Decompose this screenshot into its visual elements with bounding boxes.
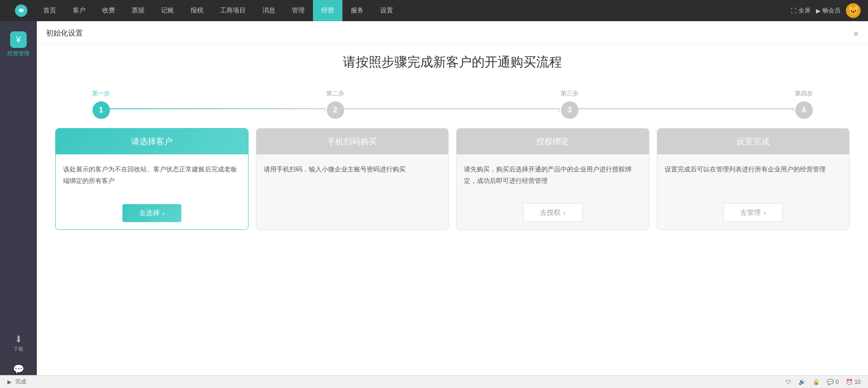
step-card-3-footer: 去授权 ›: [457, 196, 649, 229]
nav-tickets[interactable]: 票据: [123, 0, 153, 21]
content-header: 初始化设置 ×: [37, 21, 868, 44]
connector-1-2: ›: [110, 104, 326, 114]
fullscreen-icon: ⛶: [791, 7, 797, 14]
step4-circle: 4: [795, 101, 813, 119]
operation-icon: ¥: [10, 31, 27, 48]
sidebar: ¥ 经营管理 ⬇ 下载 💬 客服: [0, 21, 37, 388]
step-card-3: 授权绑定 请先购买，购买后选择开通的产品中的企业用户进行授权绑定，成功后即可进行…: [456, 128, 649, 230]
step-card-2: 手机扫码购买 请用手机扫码，输入小微企业主账号密码进行购买: [256, 128, 449, 230]
step-card-4: 设置完成 设置完成后可以在管理列表进行所有企业用户的经营管理 去管理 ›: [657, 128, 850, 230]
step-card-1-footer: 去选择 ›: [56, 197, 248, 229]
lock-icon: 🔒: [813, 379, 820, 385]
step-cards: 请选择客户 该处展示的客户为不在回收站、客户状态正常建账后完成老板端绑定的所有客…: [55, 128, 850, 230]
volume-icon: 🔊: [799, 379, 805, 385]
go-select-label: 去选择: [139, 209, 160, 218]
sidebar-item-operation[interactable]: ¥ 经营管理: [0, 26, 37, 63]
nav-charges[interactable]: 收费: [94, 0, 123, 21]
go-auth-icon: ›: [563, 209, 566, 217]
steps-page: 请按照步骤完成新客户的开通购买流程 第一步 1 › 第二步 2: [37, 44, 868, 230]
connector-line-3: [579, 108, 793, 109]
download-label: 下载: [13, 346, 23, 353]
fullscreen-button[interactable]: ⛶ 全屏: [791, 6, 810, 15]
sidebar-item-label: 经营管理: [7, 50, 29, 58]
vip-icon: ▶: [816, 7, 821, 14]
vip-button[interactable]: ▶ 畅会员: [816, 6, 840, 15]
vip-label: 畅会员: [822, 6, 840, 15]
go-select-button[interactable]: 去选择 ›: [122, 204, 181, 222]
play-icon: ▶: [7, 379, 12, 385]
connector-2-3: ›: [344, 104, 561, 114]
step-card-1-body: 该处展示的客户为不在回收站、客户状态正常建账后完成老板端绑定的所有客户: [56, 154, 248, 197]
step-card-1-header: 请选择客户: [56, 129, 248, 154]
sidebar-download[interactable]: ⬇ 下载: [0, 328, 37, 358]
connector-3-4: ›: [579, 104, 795, 114]
download-icon: ⬇: [15, 334, 23, 345]
fullscreen-label: 全屏: [799, 6, 810, 15]
nav-message[interactable]: 消息: [254, 0, 284, 21]
step3-circle: 3: [561, 101, 579, 119]
step-card-4-footer: 去管理 ›: [657, 196, 850, 229]
nav-management[interactable]: 管理: [284, 0, 313, 21]
nav-customer[interactable]: 客户: [64, 0, 94, 21]
nav-industry[interactable]: 工商项目: [212, 0, 254, 21]
message-count: 💬 0: [827, 379, 839, 385]
nav-tax[interactable]: 报税: [182, 0, 212, 21]
step-card-2-header: 手机扫码购买: [256, 129, 449, 154]
close-button[interactable]: ×: [853, 29, 859, 38]
statusbar-left: ▶ 完成: [7, 378, 26, 386]
go-auth-button[interactable]: 去授权 ›: [523, 203, 583, 222]
nav-operation[interactable]: 经营: [313, 0, 342, 21]
topbar: 首页 客户 收费 票据 记账 报税 工商项目 消息 管理 经营 服务 设置 ⛶ …: [0, 0, 868, 21]
nav-service[interactable]: 服务: [342, 0, 372, 21]
step4-label: 第四步: [795, 89, 813, 98]
step-card-1: 请选择客户 该处展示的客户为不在回收站、客户状态正常建账后完成老板端绑定的所有客…: [55, 128, 249, 230]
support-icon: 💬: [13, 364, 24, 375]
top-navigation: 首页 客户 收费 票据 记账 报税 工商项目 消息 管理 经营 服务 设置: [35, 0, 791, 21]
connector-line-1: [110, 108, 325, 109]
topbar-right: ⛶ 全屏 ▶ 畅会员 🐱: [791, 3, 868, 18]
step-card-3-header: 授权绑定: [457, 129, 649, 154]
step2-label: 第二步: [326, 89, 344, 98]
nav-home[interactable]: 首页: [35, 0, 64, 21]
step-indicator-row: 第一步 1 › 第二步 2 ›: [55, 89, 850, 119]
step3-label: 第三步: [561, 89, 579, 98]
connector-arrow-2: ›: [557, 104, 561, 114]
logo: [7, 4, 35, 18]
step1-label: 第一步: [92, 89, 110, 98]
main-layout: ¥ 经营管理 ⬇ 下载 💬 客服 初始化设置 × 请按照步骤完成新客户的开通购买…: [0, 21, 868, 388]
step-indicator-4: 第四步 4: [795, 89, 813, 119]
go-manage-button[interactable]: 去管理 ›: [723, 203, 783, 222]
nav-settings[interactable]: 设置: [372, 0, 401, 21]
go-auth-label: 去授权: [540, 208, 561, 217]
step-card-2-footer: [256, 197, 449, 229]
step-indicator-1: 第一步 1: [92, 89, 110, 119]
step-card-3-body: 请先购买，购买后选择开通的产品中的企业用户进行授权绑定，成功后即可进行经营管理: [457, 154, 649, 196]
steps-headline: 请按照步骤完成新客户的开通购买流程: [55, 53, 850, 71]
content-area: 初始化设置 × 请按照步骤完成新客户的开通购买流程 第一步 1 ›: [37, 21, 868, 388]
step-indicator-3: 第三步 3: [561, 89, 579, 119]
status-label: 完成: [15, 378, 26, 386]
step1-circle: 1: [93, 101, 110, 119]
connector-arrow-1: ›: [323, 104, 326, 114]
page-title: 初始化设置: [46, 29, 83, 38]
nav-accounting[interactable]: 记账: [153, 0, 182, 21]
step2-circle: 2: [327, 101, 344, 119]
connector-line-2: [344, 108, 559, 109]
step-indicator-2: 第二步 2: [326, 89, 344, 119]
go-manage-icon: ›: [764, 209, 766, 217]
step-card-4-body: 设置完成后可以在管理列表进行所有企业用户的经营管理: [657, 154, 850, 196]
avatar[interactable]: 🐱: [846, 3, 861, 18]
step-card-4-header: 设置完成: [657, 129, 850, 154]
step-card-2-body: 请用手机扫码，输入小微企业主账号密码进行购买: [256, 154, 449, 197]
statusbar-right: 🛡 🔊 🔒 💬 0 ⏰ 10: [786, 379, 861, 385]
statusbar: ▶ 完成 🛡 🔊 🔒 💬 0 ⏰ 10: [0, 375, 868, 388]
clock-icon: ⏰ 10: [846, 379, 861, 385]
connector-arrow-3: ›: [792, 104, 795, 114]
go-manage-label: 去管理: [740, 208, 761, 217]
go-select-icon: ›: [162, 209, 165, 217]
shield-icon: 🛡: [786, 379, 791, 385]
